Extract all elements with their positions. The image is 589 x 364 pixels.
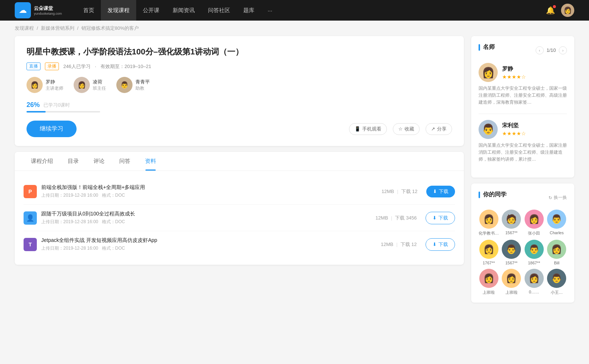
progress-percent: 26% bbox=[27, 101, 40, 109]
favorite-btn[interactable]: ☆ 收藏 bbox=[393, 123, 420, 135]
main-layout: 明星中教授课，小学阶段语法100分–强化级第1讲动词（一） 直播 录播 246人… bbox=[0, 36, 589, 323]
nav-news[interactable]: 新闻资讯 bbox=[166, 0, 201, 21]
classmate-1-avatar[interactable]: 🧑 bbox=[502, 210, 521, 229]
classmate-5: 👨 1567** bbox=[501, 240, 522, 265]
continue-button[interactable]: 继续学习 bbox=[27, 121, 77, 137]
nav-quiz[interactable]: 题库 bbox=[237, 0, 261, 21]
resource-1-info: 跟随千万级项目从0到100全过程高效成长 上传日期：2019-12-28 16:… bbox=[41, 211, 367, 225]
prev-teacher-btn[interactable]: ‹ bbox=[536, 46, 544, 54]
classmate-10-avatar[interactable]: 👩 bbox=[525, 269, 544, 288]
classmate-9-avatar[interactable]: 👩 bbox=[502, 269, 521, 288]
nav-open[interactable]: 公开课 bbox=[136, 0, 166, 21]
resource-0-meta: 上传日期：2019-12-28 16:00 格式：DOC bbox=[41, 192, 373, 199]
teacher-sidebar-1-stars: ★★★★☆ bbox=[502, 131, 526, 136]
classmate-10-name: 0…… bbox=[529, 290, 539, 294]
classmate-4: 👩 1767** bbox=[479, 240, 499, 265]
resource-0-download-btn[interactable]: ⬇ 下载 bbox=[426, 186, 455, 197]
favorite-label: 收藏 bbox=[405, 126, 414, 132]
classmate-1-name: 1567** bbox=[505, 231, 518, 235]
classmate-5-name: 1567** bbox=[505, 261, 518, 265]
tab-resources[interactable]: 资料 bbox=[138, 152, 163, 171]
nav-discover[interactable]: 发现课程 bbox=[101, 0, 136, 21]
nav-qa[interactable]: 问答社区 bbox=[201, 0, 237, 21]
notification-dot bbox=[553, 5, 556, 8]
tab-comments[interactable]: 评论 bbox=[86, 152, 112, 171]
classmate-11-name: 小王… bbox=[551, 290, 563, 295]
mobile-watch-label: 手机观看 bbox=[362, 126, 381, 132]
tabs-body: P 前端全栈加强版！前端全栈+全周期+多端应用 上传日期：2019-12-28 … bbox=[15, 171, 464, 265]
teachers-sidebar-nav: ‹ 1/10 › bbox=[536, 46, 567, 54]
breadcrumb: 发现课程 / 新媒体营销系列 / 销冠修炼术搞定80%的客户 bbox=[0, 21, 589, 36]
teacher-sidebar-1-name: 宋利坚 bbox=[502, 122, 526, 129]
classmate-4-avatar[interactable]: 👩 bbox=[479, 240, 498, 259]
resource-2: T Jetpack全组件实战 开发短视频应用高仿皮皮虾App 上传日期：2019… bbox=[24, 231, 455, 257]
breadcrumb-current[interactable]: 销冠修炼术搞定80%的客户 bbox=[81, 25, 139, 31]
action-links: 📱 手机观看 ☆ 收藏 ↗ 分享 bbox=[349, 123, 452, 135]
expiry-date: 有效期至：2019–10–21 bbox=[100, 63, 151, 70]
resource-1-stats: 12MB | 下载 3456 bbox=[375, 215, 417, 221]
classmate-6: 👨 1867** bbox=[524, 240, 544, 265]
resource-1-icon: 👤 bbox=[24, 211, 37, 225]
resource-1-meta: 上传日期：2019-12-28 16:00 格式：DOC bbox=[41, 219, 367, 225]
user-avatar[interactable]: 👩 bbox=[561, 4, 574, 17]
classmate-2-avatar[interactable]: 👩 bbox=[525, 210, 544, 229]
resource-0-icon: P bbox=[24, 185, 37, 198]
sidebar: 名师 ‹ 1/10 › 👩 罗静 ★★★★☆ bbox=[471, 36, 574, 308]
resource-2-meta: 上传日期：2019-12-28 16:00 格式：DOC bbox=[41, 245, 372, 251]
classmate-8-avatar[interactable]: 👩 bbox=[479, 269, 498, 288]
teacher-sidebar-0-avatar: 👩 bbox=[479, 63, 498, 82]
classmate-0-avatar[interactable]: 👩 bbox=[479, 210, 498, 229]
logo[interactable]: ☁ 云朵课堂 yunduoketang.com bbox=[15, 2, 62, 18]
progress-bar-fill bbox=[27, 111, 46, 113]
classmate-7: 👩 Bill bbox=[547, 240, 567, 265]
classmate-0: 👩 化学教书… bbox=[479, 210, 499, 236]
refresh-classmates-btn[interactable]: ↻ 换一换 bbox=[549, 195, 567, 201]
classmate-6-avatar[interactable]: 👨 bbox=[525, 240, 544, 259]
classmate-2-name: 张小田 bbox=[528, 231, 540, 236]
tabs-header: 课程介绍 目录 评论 问答 资料 bbox=[15, 152, 464, 171]
teacher-divider bbox=[479, 114, 567, 114]
teacher-0: 👩 罗静 主讲老师 bbox=[27, 77, 63, 93]
resource-2-name: Jetpack全组件实战 开发短视频应用高仿皮皮虾App bbox=[41, 237, 372, 244]
teacher-page: 1/10 bbox=[547, 47, 556, 53]
classmate-3-avatar[interactable]: 👨 bbox=[547, 210, 566, 229]
tab-intro[interactable]: 课程介绍 bbox=[24, 152, 60, 171]
nav-home[interactable]: 首页 bbox=[77, 0, 101, 21]
teacher-1: 👩 凌荷 班主任 bbox=[74, 77, 106, 93]
classmate-9-name: 上班啦 bbox=[505, 290, 518, 295]
download-icon: ⬇ bbox=[433, 242, 437, 247]
tab-catalog[interactable]: 目录 bbox=[60, 152, 86, 171]
teacher-sidebar-0: 👩 罗静 ★★★★☆ 国内某重点大学安全工程专业硕士，国家一级注册消防工程师、注… bbox=[479, 63, 567, 106]
resource-0: P 前端全栈加强版！前端全栈+全周期+多端应用 上传日期：2019-12-28 … bbox=[24, 178, 455, 205]
nav-more[interactable]: ··· bbox=[261, 0, 279, 21]
logo-icon: ☁ bbox=[15, 2, 31, 18]
tab-qa[interactable]: 问答 bbox=[112, 152, 138, 171]
teacher-2-avatar: 👨 bbox=[116, 77, 133, 93]
resource-2-download-btn[interactable]: ⬇ 下载 bbox=[426, 238, 455, 251]
teacher-sidebar-1-avatar: 👨 bbox=[479, 120, 498, 139]
classmate-6-name: 1867** bbox=[528, 261, 540, 265]
nav-items: 首页 发现课程 公开课 新闻资讯 问答社区 题库 ··· bbox=[77, 0, 546, 21]
notification-bell[interactable]: 🔔 bbox=[546, 6, 555, 15]
teacher-2-name: 青青平 bbox=[135, 79, 150, 85]
learners-count: 246人已学习 bbox=[63, 63, 91, 70]
classmates-card: 你的同学 ↻ 换一换 👩 化学教书… 🧑 1567** 👩 张 bbox=[471, 183, 574, 303]
resource-1-name: 跟随千万级项目从0到100全过程高效成长 bbox=[41, 211, 367, 217]
teacher-1-avatar: 👩 bbox=[74, 77, 90, 93]
classmate-11: 👨 小王… bbox=[547, 269, 567, 295]
classmate-11-avatar[interactable]: 👨 bbox=[547, 269, 566, 288]
breadcrumb-series[interactable]: 新媒体营销系列 bbox=[41, 25, 74, 31]
classmate-9: 👩 上班啦 bbox=[501, 269, 522, 295]
mobile-watch-btn[interactable]: 📱 手机观看 bbox=[349, 123, 387, 135]
resource-1-download-btn[interactable]: ⬇ 下载 bbox=[426, 212, 455, 224]
resource-2-info: Jetpack全组件实战 开发短视频应用高仿皮皮虾App 上传日期：2019-1… bbox=[41, 237, 372, 251]
classmate-5-avatar[interactable]: 👨 bbox=[502, 240, 521, 259]
teacher-sidebar-0-name: 罗静 bbox=[502, 65, 526, 72]
classmate-8: 👩 上班啦 bbox=[479, 269, 499, 295]
breadcrumb-discover[interactable]: 发现课程 bbox=[15, 25, 34, 31]
teacher-sidebar-1: 👨 宋利坚 ★★★★☆ 国内某重点大学安全工程专业硕士，国家注册消防工程师、注册… bbox=[479, 120, 567, 163]
classmate-7-avatar[interactable]: 👩 bbox=[547, 240, 566, 259]
teacher-1-name: 凌荷 bbox=[93, 79, 106, 85]
share-btn[interactable]: ↗ 分享 bbox=[426, 123, 452, 135]
next-teacher-btn[interactable]: › bbox=[559, 46, 567, 54]
